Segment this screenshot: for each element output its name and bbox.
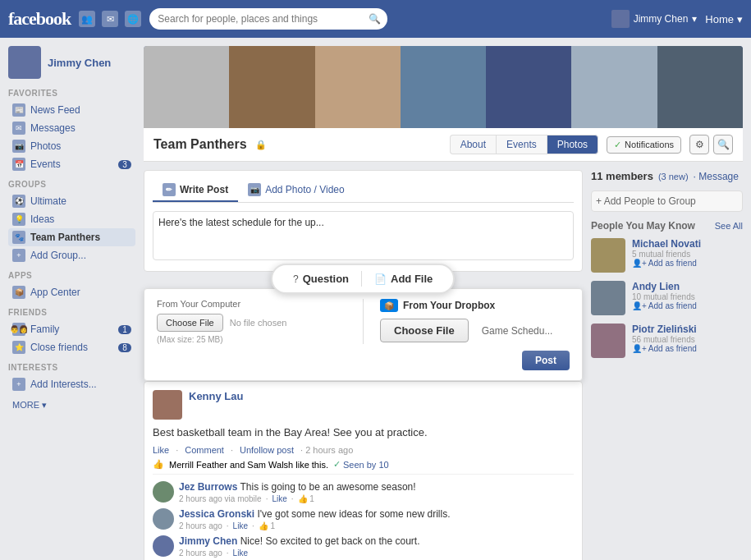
search-icon[interactable]: 🔍 bbox=[369, 13, 381, 25]
sidebar-user: Jimmy Chen bbox=[8, 46, 135, 79]
dropbox-logo-icon: 📦 bbox=[380, 299, 398, 312]
jez-like[interactable]: Like bbox=[272, 494, 286, 503]
no-file-label: No file chosen bbox=[230, 318, 287, 328]
add-friend-andy[interactable]: 👤+ Add as friend bbox=[632, 301, 743, 310]
jimmy-like[interactable]: Like bbox=[233, 549, 248, 558]
sidebar-label-add-group: Add Group... bbox=[30, 250, 86, 261]
post-author-avatar bbox=[153, 390, 182, 420]
comment-avatar-jessica bbox=[153, 508, 174, 530]
see-all-link[interactable]: See All bbox=[715, 221, 743, 231]
people-know-title: People You May Know bbox=[591, 220, 695, 232]
sidebar-label-close-friends: Close friends bbox=[30, 342, 88, 353]
home-nav[interactable]: Home ▾ bbox=[705, 13, 743, 25]
friends-nav-icon[interactable]: 👥 bbox=[79, 11, 95, 27]
group-header: Team Panthers 🔒 About Events Photos ✓ No… bbox=[144, 128, 743, 162]
sidebar-label-app-center: App Center bbox=[30, 287, 80, 298]
sidebar-item-newsfeed[interactable]: 📰 News Feed bbox=[8, 101, 135, 119]
group-tabs: About Events Photos bbox=[450, 135, 598, 154]
ideas-icon: 💡 bbox=[12, 213, 25, 226]
person-mutual-michael: 5 mutual friends bbox=[632, 250, 743, 259]
new-members-label: (3 new) bbox=[658, 172, 689, 181]
ultimate-icon: ⚽ bbox=[12, 195, 25, 208]
jessica-like[interactable]: Like bbox=[233, 521, 248, 530]
messages-icon: ✉ bbox=[12, 122, 25, 135]
photos-icon: 📷 bbox=[12, 140, 25, 153]
person-name-piotr[interactable]: Piotr Zieliński bbox=[632, 324, 743, 335]
modal-overlay: ? Question 📄 Add File bbox=[144, 288, 583, 381]
comment-body-jez: Jez Burrows This is going to be an aweso… bbox=[179, 481, 416, 503]
dropbox-choose-file-button[interactable]: Choose File bbox=[380, 319, 469, 342]
tab-add-photo-video[interactable]: 📷 Add Photo / Video bbox=[238, 179, 355, 202]
choose-file-button[interactable]: Choose File bbox=[157, 314, 223, 332]
person-name-andy[interactable]: Andy Lien bbox=[632, 281, 743, 292]
add-people-button[interactable]: + Add People to Group bbox=[591, 190, 743, 212]
comment-action[interactable]: Comment bbox=[185, 445, 224, 455]
sidebar-more[interactable]: MORE ▾ bbox=[8, 397, 135, 413]
user-avatar bbox=[611, 10, 630, 28]
jez-time: 2 hours ago via mobile bbox=[179, 494, 262, 503]
sidebar-item-family[interactable]: 👨‍👩 Family 1 bbox=[8, 320, 135, 338]
post-time: · 2 hours ago bbox=[300, 445, 353, 455]
sidebar-item-ideas[interactable]: 💡 Ideas bbox=[8, 210, 135, 228]
seen-by-check-icon: ✓ bbox=[333, 459, 341, 470]
group-search-icon[interactable]: 🔍 bbox=[713, 135, 733, 154]
sidebar-item-ultimate[interactable]: ⚽ Ultimate bbox=[8, 192, 135, 210]
sidebar-item-photos[interactable]: 📷 Photos bbox=[8, 137, 135, 155]
add-file-icon: 📄 bbox=[374, 273, 387, 285]
upload-section-divider bbox=[363, 299, 364, 344]
sidebar-item-add-group[interactable]: + Add Group... bbox=[8, 246, 135, 264]
unfollow-action[interactable]: Unfollow post bbox=[240, 445, 294, 455]
comments-section: Jez Burrows This is going to be an aweso… bbox=[153, 474, 574, 560]
message-link[interactable]: · Message bbox=[694, 171, 739, 182]
post-text-area[interactable]: Here's the latest schedule for the up... bbox=[153, 211, 574, 260]
home-chevron: ▾ bbox=[737, 13, 743, 25]
comment-body-jimmy: Jimmy Chen Nice! So excited to get back … bbox=[179, 535, 420, 558]
tab-photos[interactable]: Photos bbox=[547, 135, 598, 154]
comment-author-jessica[interactable]: Jessica Gronski bbox=[179, 508, 254, 520]
user-menu[interactable]: Jimmy Chen ▾ bbox=[611, 10, 698, 28]
add-friend-icon-andy: 👤+ bbox=[632, 301, 647, 310]
post-button-area: Post bbox=[157, 351, 570, 370]
sidebar-username: Jimmy Chen bbox=[48, 57, 111, 69]
comment-body-jessica: Jessica Gronski I've got some new ideas … bbox=[179, 508, 450, 530]
person-name-michael[interactable]: Michael Novati bbox=[632, 238, 743, 250]
sidebar-item-events[interactable]: 📅 Events 3 bbox=[8, 155, 135, 173]
messages-nav-icon[interactable]: ✉ bbox=[102, 11, 118, 27]
add-friend-piotr[interactable]: 👤+ Add as friend bbox=[632, 344, 743, 353]
person-info-piotr: Piotr Zieliński 56 mutual friends 👤+ Add… bbox=[632, 324, 743, 358]
comment-author-jimmy[interactable]: Jimmy Chen bbox=[179, 535, 237, 547]
add-file-tab[interactable]: 📄 Add File bbox=[366, 269, 441, 288]
sidebar-item-add-interests[interactable]: + Add Interests... bbox=[8, 375, 135, 393]
person-avatar-piotr bbox=[591, 324, 625, 358]
like-action[interactable]: Like bbox=[153, 445, 169, 455]
tab-events[interactable]: Events bbox=[496, 135, 547, 154]
members-header-row: 11 members (3 new) · Message bbox=[591, 170, 743, 182]
upload-from-dropbox: 📦 From Your Dropbox Choose File Game Sch… bbox=[380, 299, 570, 344]
tab-write-post[interactable]: ✏ Write Post bbox=[153, 179, 238, 202]
modal-tab-divider bbox=[361, 271, 362, 287]
sidebar-item-app-center[interactable]: 📦 App Center bbox=[8, 283, 135, 301]
sidebar-item-team-panthers[interactable]: 🐾 Team Panthers bbox=[8, 228, 135, 246]
sidebar-item-close-friends[interactable]: ⭐ Close friends 8 bbox=[8, 338, 135, 356]
comment-jez: Jez Burrows This is going to be an aweso… bbox=[153, 481, 574, 503]
sidebar-label-photos: Photos bbox=[30, 140, 61, 152]
max-size-label: (Max size: 25 MB) bbox=[157, 335, 346, 344]
post-author-name[interactable]: Kenny Lau bbox=[189, 390, 243, 402]
settings-icon[interactable]: ⚙ bbox=[689, 135, 709, 154]
person-info-michael: Michael Novati 5 mutual friends 👤+ Add a… bbox=[632, 238, 743, 273]
post-author-row: Kenny Lau bbox=[153, 390, 574, 420]
write-post-area: ✏ Write Post 📷 Add Photo / Video Here's … bbox=[144, 170, 583, 272]
notifications-button[interactable]: ✓ Notifications bbox=[607, 136, 681, 154]
right-sidebar: 11 members (3 new) · Message + Add Peopl… bbox=[591, 170, 743, 560]
tab-about[interactable]: About bbox=[450, 135, 496, 154]
notifications-nav-icon[interactable]: 🌐 bbox=[125, 11, 141, 27]
add-friend-michael[interactable]: 👤+ Add as friend bbox=[632, 259, 743, 268]
post-button[interactable]: Post bbox=[522, 351, 570, 370]
comment-author-jez[interactable]: Jez Burrows bbox=[179, 481, 237, 493]
person-mutual-andy: 10 mutual friends bbox=[632, 292, 743, 301]
sidebar-item-messages[interactable]: ✉ Messages bbox=[8, 119, 135, 137]
search-input[interactable] bbox=[149, 8, 387, 30]
question-tab[interactable]: ? Question bbox=[285, 269, 357, 288]
comment-text-jimmy: Nice! So excited to get back on the cour… bbox=[240, 535, 420, 547]
post-meta-sep1: · bbox=[176, 445, 178, 455]
